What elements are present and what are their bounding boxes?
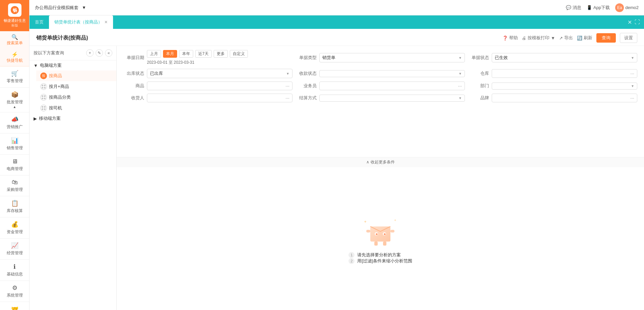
svg-rect-21 — [366, 230, 370, 232]
sidebar-item-operation[interactable]: 📈 经营管理 — [0, 239, 29, 260]
svg-rect-11 — [44, 106, 46, 108]
date-control: 上月 本月 本年 近7天 更多 自定义 2023-03-01 至 2023-03… — [147, 50, 292, 65]
empty-illustration: ✦ ✦ · — [360, 213, 400, 247]
print-dropdown-icon[interactable]: ▼ — [551, 36, 555, 41]
tip-1-num: 1 — [348, 252, 355, 258]
sidebar-item-retail[interactable]: 🛒 零售管理 — [0, 66, 29, 88]
tab-home[interactable]: 首页 — [30, 15, 49, 29]
inventory-icon: 📋 — [11, 200, 18, 207]
settings-btn[interactable]: 设置 — [620, 33, 637, 43]
warehouse-select[interactable]: ··· — [492, 69, 637, 78]
collapse-filters-btn[interactable]: ∧ 收起更多条件 — [117, 157, 644, 167]
svg-text:·: · — [362, 229, 363, 232]
date-btn-this-year[interactable]: 本年 — [179, 50, 193, 58]
warehouse-filter-item: 仓库 ··· — [468, 69, 637, 78]
sidebar-item-finance[interactable]: 💰 资金管理 — [0, 217, 29, 239]
date-btn-last-7[interactable]: 近7天 — [195, 50, 212, 58]
brand-select[interactable]: ··· — [492, 94, 637, 102]
company-dropdown[interactable]: ▼ — [82, 5, 86, 10]
tab-stats-close[interactable]: ✕ — [104, 20, 108, 24]
filter-row-2: 出库状态 已出库 ▼ 收款状态 — [123, 69, 637, 78]
collapse-panel-btn[interactable]: « — [105, 49, 112, 57]
sidebar-item-ecommerce[interactable]: 🖥 电商管理 — [0, 155, 29, 175]
topbar: 办公用品行业模拟账套 ▼ 💬 消息 📱 App下载 Ea demo2 — [30, 0, 644, 15]
sidebar-item-enterprise[interactable]: 🤝 企业协同 — [0, 302, 29, 310]
tree-item-by-category-label: 按商品分类 — [49, 94, 71, 100]
sidebar-item-marketing[interactable]: 📣 营销推广 — [0, 112, 29, 134]
collapse-icon: ∧ — [366, 160, 369, 164]
doc-status-arrow: ▼ — [631, 56, 634, 60]
edit-scheme-btn[interactable]: ✎ — [96, 49, 103, 57]
sidebar-item-sales[interactable]: 📊 销售管理 — [0, 134, 29, 155]
add-scheme-btn[interactable]: + — [86, 49, 94, 57]
tree-expand-pc[interactable]: ▼ — [34, 63, 38, 68]
tree-item-by-category[interactable]: 按商品分类 — [36, 92, 116, 103]
doc-status-label: 单据状态 — [468, 55, 492, 61]
left-panel-actions: + ✎ « — [86, 49, 112, 57]
receive-status-select[interactable]: ▼ — [319, 70, 465, 77]
date-btn-this-month[interactable]: 本月 — [163, 50, 177, 58]
export-btn[interactable]: ↗ 导出 — [559, 35, 573, 41]
date-btn-custom[interactable]: 自定义 — [230, 50, 248, 58]
query-btn[interactable]: 查询 — [596, 33, 616, 43]
filter-section: 单据日期 上月 本月 本年 近7天 更多 自定义 2023-03-01 至 20… — [117, 46, 644, 157]
page-title: 销货单统计表(按商品) — [36, 35, 88, 42]
receiver-control: ··· — [147, 94, 292, 102]
product-select[interactable]: ··· — [147, 82, 292, 90]
date-btn-last-month[interactable]: 上月 — [147, 50, 161, 58]
date-buttons: 上月 本月 本年 近7天 更多 自定义 2023-03-01 至 2023-03… — [147, 50, 292, 65]
tree-item-by-cashier[interactable]: 按司机 — [36, 103, 116, 113]
tab-stats[interactable]: 销货单统计表（按商品） ✕ — [49, 15, 113, 29]
print-btn[interactable]: 🖨 按模板打印 ▼ — [522, 35, 555, 41]
sidebar-item-wholesale[interactable]: 📦 批发管理 ▲ — [0, 88, 29, 112]
out-status-select[interactable]: 已出库 ▼ — [147, 69, 292, 78]
product-filter-item: 商品 ··· — [123, 82, 292, 90]
main-area: 办公用品行业模拟账套 ▼ 💬 消息 📱 App下载 Ea demo2 首页 销货… — [30, 0, 644, 310]
tab-actions: ✕ ⛶ — [628, 19, 644, 25]
doc-type-select[interactable]: 销货单 ▼ — [319, 53, 465, 62]
date-label: 单据日期 — [123, 55, 147, 61]
app-download-btn[interactable]: 📱 App下载 — [587, 5, 610, 11]
print-icon: 🖨 — [522, 36, 526, 41]
tree-group-mobile[interactable]: ▶ 移动端方案 — [30, 113, 116, 123]
tree-group-pc[interactable]: ▼ 电脑端方案 — [30, 60, 116, 70]
tab-expand-btn[interactable]: ⛶ — [635, 19, 640, 25]
tip-1-text: 请先选择要分析的方案 — [357, 252, 401, 258]
sidebar-item-inventory[interactable]: 📋 库存核算 — [0, 196, 29, 217]
tab-close-all-btn[interactable]: ✕ — [628, 19, 632, 25]
salesperson-control: ··· — [319, 82, 465, 90]
doc-status-control: 已生效 ▼ — [492, 53, 637, 62]
salesperson-select[interactable]: ··· — [319, 82, 465, 90]
message-btn[interactable]: 💬 消息 — [566, 5, 581, 11]
brand-filter-item: 品牌 ··· — [468, 94, 637, 102]
dept-select[interactable]: ▼ — [492, 83, 637, 90]
user-avatar[interactable]: Ea demo2 — [615, 3, 639, 12]
wholesale-icon: 📦 — [11, 91, 18, 98]
brand-control: ··· — [492, 94, 637, 102]
receiver-select[interactable]: ··· — [147, 94, 292, 102]
filter-row-4: 收货人 ··· 结算方式 — [123, 94, 637, 102]
settlement-select[interactable]: ▼ — [319, 95, 465, 102]
tree-item-by-product[interactable]: 按 按商品 — [36, 70, 116, 81]
refresh-icon: 🔄 — [577, 36, 582, 41]
tree-item-by-month-product[interactable]: 按月+商品 — [36, 81, 116, 92]
date-btn-more[interactable]: 更多 — [214, 50, 228, 58]
svg-rect-13 — [44, 108, 46, 110]
refresh-btn[interactable]: 🔄 刷新 — [577, 35, 592, 41]
help-btn[interactable]: ❓ 帮助 — [502, 35, 518, 41]
by-month-icon — [40, 83, 47, 90]
by-product-icon: 按 — [40, 72, 47, 79]
left-panel: 按以下方案查询 + ✎ « ▼ 电脑端方案 按 按商品 — [30, 46, 117, 310]
date-range-display: 2023-03-01 至 2023-03-31 — [147, 60, 194, 65]
sidebar-item-basic[interactable]: ℹ 基础信息 — [0, 260, 29, 281]
sidebar-item-quick-nav[interactable]: ⚡ 快捷导航 — [0, 49, 29, 66]
sidebar-item-purchase[interactable]: 🛍 采购管理 — [0, 175, 29, 196]
filter-row-3: 商品 ··· 业务员 — [123, 82, 637, 90]
doc-status-select[interactable]: 已生效 ▼ — [492, 53, 637, 62]
filter-row-1: 单据日期 上月 本月 本年 近7天 更多 自定义 2023-03-01 至 20… — [123, 50, 637, 65]
help-icon: ❓ — [502, 36, 508, 41]
svg-rect-14 — [370, 226, 390, 242]
sidebar-item-system[interactable]: ⚙ 系统管理 — [0, 281, 29, 302]
tree-expand-mobile[interactable]: ▶ — [34, 116, 37, 121]
sidebar-item-search[interactable]: 🔍 搜索菜单 — [0, 31, 29, 49]
